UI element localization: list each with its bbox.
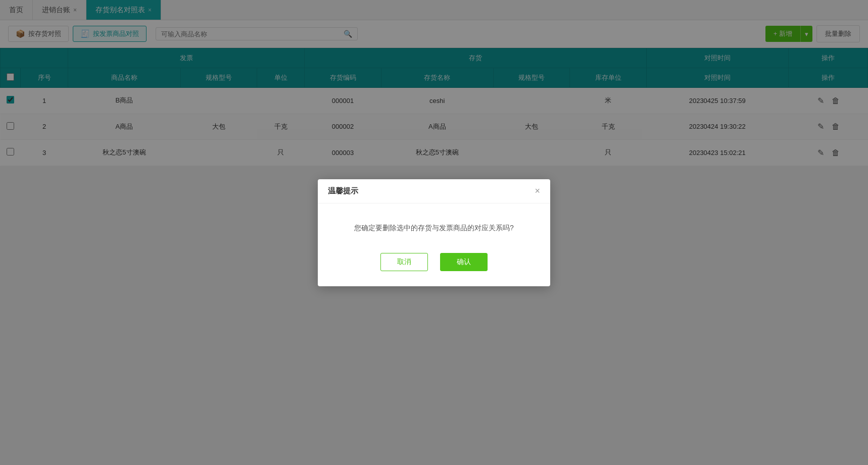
overlay: 温馨提示 × 您确定要删除选中的存货与发票商品的对应关系吗? 取消 确认 xyxy=(0,0,868,166)
